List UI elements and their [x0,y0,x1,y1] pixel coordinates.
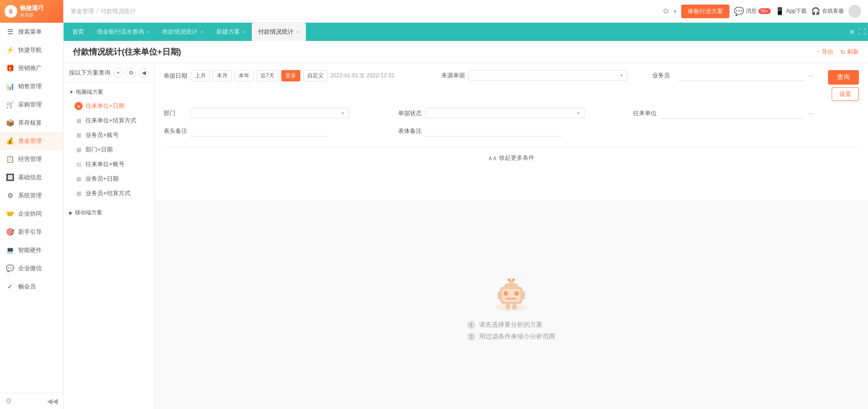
collapse-row: ∧∧ 收起更多条件 [164,147,859,168]
source-select[interactable]: ▾ [469,70,628,81]
app-download-label: App下载 [786,7,807,15]
svg-point-0 [495,303,527,311]
filter-item-date: 单据日期 上月 本月 本年 近7天 更多 自定义 2022-01-01 至 20… [164,70,432,81]
date-btn-custom[interactable]: 自定义 [303,70,328,81]
refresh-button[interactable]: ↻ 刷新 [840,48,859,56]
tab-new-scheme-close[interactable]: × [243,29,245,35]
messages-button[interactable]: 💬 消息 99+ [734,6,771,16]
empty-step-2: 2 用过滤条件来缩小分析范围 [467,333,555,341]
body-note-input[interactable] [425,126,562,136]
query-button[interactable]: 查询 [828,70,859,85]
date-btn-last-month[interactable]: 上月 [191,70,210,81]
date-btn-this-month[interactable]: 本月 [213,70,232,81]
head-note-input[interactable] [191,126,327,136]
sidebar-item-guide[interactable]: 🎯 新手引导 [0,223,63,241]
sidebar-item-inventory[interactable]: 📦 库存核算 [0,114,63,132]
tab-payment-stats-close[interactable]: × [296,29,299,35]
cooperation-icon: 🤝 [5,209,15,218]
sidebar-item-label: 企业微信 [18,264,42,273]
date-range-text: 2022-01-01 至 2022-12-31 [330,72,394,80]
app-download-button[interactable]: 📱 App下载 [775,7,807,15]
empty-text-block: 1 请先选择要分析的方案 2 用过滤条件来缩小分析范围 [467,321,555,341]
settings-gear-icon[interactable]: ⚙ [5,397,12,405]
sidebar-item-purchase[interactable]: 🛒 采购管理 [0,96,63,114]
topbar-chevron-icon[interactable]: ▾ [673,8,677,15]
dept-select[interactable]: ▾ [190,108,349,118]
scheme-item-vendor-account[interactable]: ▤ 往来单位+账号 [64,157,154,172]
date-btn-this-year[interactable]: 本年 [234,70,254,81]
add-scheme-button[interactable]: + [113,68,123,78]
sidebar-item-search-menu[interactable]: ☰ 搜索菜单 [0,23,63,41]
svg-point-11 [512,278,515,281]
scheme-item-staff-settlement[interactable]: ▦ 业务员+结算方式 [64,186,154,201]
scheme-item-vendor-settlement[interactable]: ▦ 往来单位+结算方式 [64,113,154,128]
tab-receipt-stats[interactable]: 收款情况统计 × [156,23,210,41]
maximize-icon[interactable]: ⛶ [858,28,866,36]
sidebar-item-capital[interactable]: 💰 资金管理 [0,132,63,150]
scheme-item-staff-account[interactable]: ▦ 业务员+账号 [64,128,154,142]
purchase-icon: 🛒 [5,100,15,109]
date-btn-more[interactable]: 更多 [281,70,300,81]
operations-icon: 📋 [5,155,15,164]
sidebar-item-label: 系统管理 [18,192,42,200]
tab-receipt-close[interactable]: × [200,29,203,35]
tab-payment-stats[interactable]: 付款情况统计 × [252,23,305,41]
sidebar-header: 6 畅捷通巧 标准版 [0,0,63,23]
sidebar-item-basic-info[interactable]: 🔲 基础信息 [0,168,63,187]
sidebar-item-hardware[interactable]: 💻 智能硬件 [0,241,63,259]
date-buttons: 上月 本月 本年 近7天 更多 自定义 2022-01-01 至 2022-12… [191,70,394,81]
date-btn-7days[interactable]: 近7天 [256,70,279,81]
inventory-icon: 📦 [5,118,15,127]
vendor-input[interactable] [660,108,804,119]
trial-button[interactable]: 体验行业方案 [681,5,729,18]
sidebar: 6 畅捷通巧 标准版 ☰ 搜索菜单 ⚡ 快捷导航 🎁 营销推广 📊 销售管理 🛒… [0,0,64,409]
tab-bank-flow[interactable]: 现金银行流水查询 × [90,23,156,41]
tab-new-scheme[interactable]: 新建方案 × [210,23,252,41]
sidebar-item-member[interactable]: ✓ 畅会员 [0,278,63,296]
vendor-dots[interactable]: ··· [808,110,813,117]
tab-bank-flow-close[interactable]: × [147,29,150,35]
scheme-group-mobile-title[interactable]: ▶ 移动端方案 [64,206,154,219]
filter-item-doc-status: 单据状态 ▾ [398,108,624,118]
sidebar-item-wechat[interactable]: 💬 企业微信 [0,259,63,278]
online-service-button[interactable]: 🎧 在线客服 [811,7,844,15]
step-1-text: 请先选择要分析的方案 [479,321,543,329]
sidebar-item-marketing[interactable]: 🎁 营销推广 [0,59,63,77]
doc-status-select[interactable]: ▾ [425,108,584,118]
topbar-settings-icon[interactable]: ⚙ [663,7,669,15]
export-button[interactable]: ↑ 导出 [817,48,834,56]
close-all-tabs-icon[interactable]: ✕ [849,28,855,36]
scheme-item-staff-date[interactable]: ▦ 业务员+日期 [64,172,154,186]
tab-home[interactable]: 首页 [66,23,90,41]
scheme-item-label: 部门+日期 [85,146,113,154]
page-header: 付款情况统计(往来单位+日期) ↑ 导出 ↻ 刷新 [64,41,868,63]
step-2-num: 2 [467,333,475,341]
collapse-filter-button[interactable]: ∧∧ 收起更多条件 [488,150,534,166]
scheme-group-desktop-title[interactable]: ▼ 电脑端方案 [64,86,154,99]
user-avatar[interactable] [848,5,861,18]
empty-state: 1 请先选择要分析的方案 2 用过滤条件来缩小分析范围 [155,200,868,409]
sidebar-item-operations[interactable]: 📋 经营管理 [0,150,63,168]
scheme-item-label: 往来单位+结算方式 [85,116,136,125]
filter-row-3: 表头备注 表体备注 [164,126,859,136]
app-name: 畅捷通巧 [20,5,44,12]
sidebar-item-quick-nav[interactable]: ⚡ 快捷导航 [0,41,63,59]
step-2-text: 用过滤条件来缩小分析范围 [479,333,555,341]
scheme-item-dept-date[interactable]: ▦ 部门+日期 [64,142,154,157]
sidebar-item-system[interactable]: ⚙ 系统管理 [0,187,63,205]
scheme-item-vendor-date[interactable]: ● 往来单位+日期 [64,99,154,113]
scheme-settings-button[interactable]: ⚙ [126,68,136,78]
staff-input[interactable] [678,70,804,81]
breadcrumb-sep: / [96,7,98,15]
staff-dots[interactable]: ··· [808,72,813,79]
breadcrumb-text: 资金管理 [70,7,94,15]
sidebar-item-sales[interactable]: 📊 销售管理 [0,77,63,96]
collapse-scheme-button[interactable]: ◀ [139,68,149,78]
collapse-sidebar-icon[interactable]: ◀◀ [47,397,58,405]
hardware-icon: 💻 [5,246,15,255]
sidebar-item-cooperation[interactable]: 🤝 企业协同 [0,205,63,223]
capital-icon: 💰 [5,136,15,146]
scheme-group-mobile: ▶ 移动端方案 [64,203,154,222]
scheme-item-icon-3: ▦ [75,131,83,139]
filter-settings-button[interactable]: 设置 [832,87,859,101]
